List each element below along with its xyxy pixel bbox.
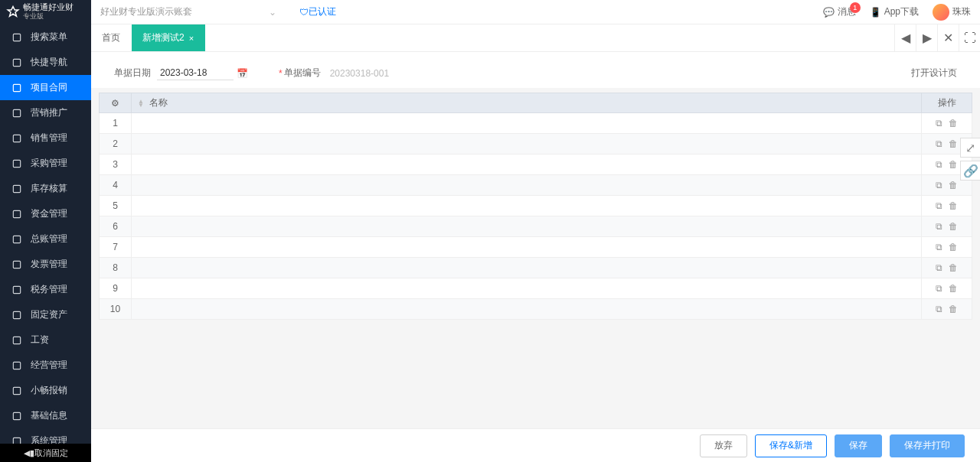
- delete-row-icon[interactable]: 🗑: [949, 180, 958, 190]
- svg-rect-0: [13, 34, 20, 41]
- sidebar-item-search[interactable]: 搜索菜单: [0, 24, 91, 50]
- cell-name[interactable]: [132, 278, 922, 299]
- copy-row-icon[interactable]: ⧉: [936, 159, 942, 170]
- sidebar-item-label: 基础信息: [31, 409, 67, 422]
- shield-icon: 🛡: [299, 7, 309, 18]
- sidebar-pin-toggle[interactable]: ◀▮ 取消固定: [0, 444, 91, 462]
- sidebar-item-mgmt[interactable]: 经营管理: [0, 353, 91, 378]
- copy-row-icon[interactable]: ⧉: [936, 118, 942, 129]
- copy-row-icon[interactable]: ⧉: [936, 283, 942, 294]
- discard-button[interactable]: 放弃: [700, 434, 747, 457]
- sort-icon: ▲▼: [138, 99, 144, 107]
- tab-prev-button[interactable]: ◀: [894, 24, 916, 52]
- gear-icon: ⚙: [111, 98, 119, 109]
- cell-name[interactable]: [132, 216, 922, 237]
- asset-icon: [11, 309, 23, 321]
- table-row: 3⧉🗑: [100, 155, 972, 175]
- th-ops-label: 操作: [938, 97, 956, 108]
- row-index: 10: [100, 299, 132, 320]
- sidebar: 畅捷通好业财 专业版 搜索菜单快捷导航项目合同营销推广销售管理采购管理库存核算资…: [0, 0, 91, 462]
- link-tool[interactable]: 🔗: [960, 161, 980, 181]
- th-name[interactable]: ▲▼ 名称: [132, 93, 922, 113]
- copy-row-icon[interactable]: ⧉: [936, 262, 942, 273]
- copy-row-icon[interactable]: ⧉: [936, 221, 942, 232]
- cell-name[interactable]: [132, 134, 922, 155]
- svg-rect-1: [13, 59, 20, 66]
- delete-row-icon[interactable]: 🗑: [949, 138, 958, 149]
- delete-row-icon[interactable]: 🗑: [949, 304, 958, 314]
- download-label: App下载: [884, 5, 919, 18]
- app-download-button[interactable]: 📱 App下载: [870, 5, 919, 18]
- table-wrap: ⚙ ▲▼ 名称 操作 1⧉🗑2⧉🗑3⧉🗑4⧉🗑5⧉🗑6⧉🗑7⧉🗑8⧉🗑9⧉🗑10…: [99, 93, 972, 320]
- th-settings[interactable]: ⚙: [100, 93, 132, 113]
- delete-row-icon[interactable]: 🗑: [949, 242, 958, 252]
- cell-name[interactable]: [132, 175, 922, 196]
- close-icon[interactable]: ×: [189, 34, 194, 43]
- sidebar-item-cart[interactable]: 采购管理: [0, 151, 91, 176]
- date-input[interactable]: [157, 66, 234, 80]
- calendar-icon[interactable]: 📅: [237, 68, 248, 79]
- delete-row-icon[interactable]: 🗑: [949, 283, 958, 294]
- org-selector[interactable]: 好业财专业版演示账套 ⌄: [100, 5, 276, 18]
- copy-row-icon[interactable]: ⧉: [936, 138, 942, 149]
- tab-close-button[interactable]: ✕: [937, 24, 959, 52]
- copy-row-icon[interactable]: ⧉: [936, 242, 942, 252]
- cell-name[interactable]: [132, 155, 922, 175]
- tab-首页[interactable]: 首页: [91, 24, 132, 51]
- svg-rect-12: [13, 337, 20, 343]
- sidebar-item-home[interactable]: 快捷导航: [0, 50, 91, 75]
- sidebar-item-salary[interactable]: 工资: [0, 327, 91, 353]
- delete-row-icon[interactable]: 🗑: [949, 159, 958, 170]
- delete-row-icon[interactable]: 🗑: [949, 118, 958, 129]
- sidebar-item-money[interactable]: 资金管理: [0, 201, 91, 226]
- svg-rect-9: [13, 261, 20, 268]
- cell-name[interactable]: [132, 113, 922, 134]
- row-index: 1: [100, 113, 132, 134]
- save-and-new-button[interactable]: 保存&新增: [755, 434, 827, 457]
- copy-row-icon[interactable]: ⧉: [936, 180, 942, 190]
- sidebar-item-label: 库存核算: [31, 182, 67, 195]
- sidebar-item-invoice[interactable]: 发票管理: [0, 252, 91, 277]
- copy-row-icon[interactable]: ⧉: [936, 200, 942, 211]
- phone-icon: 📱: [870, 7, 881, 18]
- data-table: ⚙ ▲▼ 名称 操作 1⧉🗑2⧉🗑3⧉🗑4⧉🗑5⧉🗑6⧉🗑7⧉🗑8⧉🗑9⧉🗑10…: [99, 93, 972, 320]
- orderno-label: 单据编号: [284, 67, 321, 80]
- sidebar-item-base[interactable]: 基础信息: [0, 403, 91, 428]
- expand-tool[interactable]: ⤢: [960, 138, 980, 158]
- table-row: 9⧉🗑: [100, 278, 972, 299]
- cell-name[interactable]: [132, 237, 922, 258]
- delete-row-icon[interactable]: 🗑: [949, 262, 958, 273]
- doc-icon: [11, 82, 23, 94]
- tab-next-button[interactable]: ▶: [916, 24, 937, 52]
- sidebar-item-asset[interactable]: 固定资产: [0, 302, 91, 327]
- row-index: 6: [100, 216, 132, 237]
- open-design-link[interactable]: 打开设计页: [911, 67, 957, 80]
- sidebar-footer-label: 取消固定: [34, 447, 68, 459]
- tab-label: 新增测试2: [142, 31, 185, 44]
- cell-name[interactable]: [132, 299, 922, 320]
- sidebar-item-label: 发票管理: [31, 258, 67, 271]
- svg-rect-14: [13, 387, 20, 394]
- sidebar-item-box[interactable]: 库存核算: [0, 176, 91, 201]
- cell-ops: ⧉🗑: [922, 216, 972, 237]
- sidebar-item-doc[interactable]: 项目合同: [0, 75, 91, 100]
- user-menu[interactable]: 珠珠: [933, 4, 971, 21]
- copy-row-icon[interactable]: ⧉: [936, 304, 942, 314]
- save-and-print-button[interactable]: 保存并打印: [890, 434, 965, 457]
- sidebar-item-tag[interactable]: 销售管理: [0, 125, 91, 151]
- sidebar-item-gift[interactable]: 营销推广: [0, 100, 91, 125]
- cell-name[interactable]: [132, 196, 922, 216]
- delete-row-icon[interactable]: 🗑: [949, 221, 958, 232]
- cell-name[interactable]: [132, 258, 922, 278]
- save-button[interactable]: 保存: [835, 434, 882, 457]
- topbar-right: 💬 消息 1 📱 App下载 珠珠: [823, 4, 971, 21]
- delete-row-icon[interactable]: 🗑: [949, 200, 958, 211]
- sidebar-item-report[interactable]: 小畅报销: [0, 378, 91, 403]
- sidebar-item-tax[interactable]: 税务管理: [0, 277, 91, 302]
- sidebar-item-ledger[interactable]: 总账管理: [0, 226, 91, 252]
- tab-新增测试2[interactable]: 新增测试2×: [132, 24, 205, 51]
- gift-icon: [11, 107, 23, 119]
- notifications-button[interactable]: 💬 消息 1: [823, 5, 856, 18]
- fullscreen-button[interactable]: ⛶: [959, 24, 980, 52]
- svg-rect-2: [13, 84, 20, 91]
